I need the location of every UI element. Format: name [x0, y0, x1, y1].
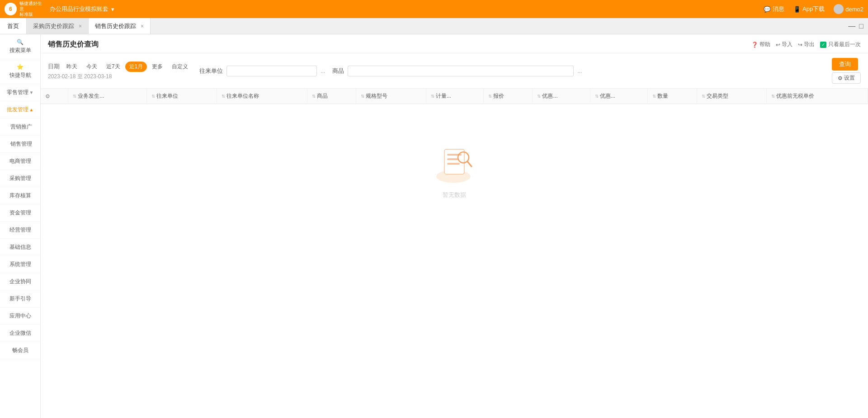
th-pretax-price[interactable]: ⇅ 优惠前无税单价 [766, 89, 868, 104]
th-product[interactable]: ⇅ 商品 [307, 89, 356, 104]
sort-trade-type-icon: ⇅ [702, 94, 705, 99]
sidebar-item-system[interactable]: 系统管理 [0, 256, 40, 273]
sidebar-item-guide[interactable]: 新手引导 [0, 290, 40, 308]
product-label: 商品 [332, 67, 344, 75]
page-header: 销售历史价查询 ❓ 帮助 ↩ 导入 ↪ 导出 ✓ [41, 34, 868, 53]
column-settings-icon[interactable]: ⚙ [45, 93, 50, 100]
tab-purchase[interactable]: 采购历史价跟踪 × [27, 18, 89, 34]
export-button[interactable]: ↪ 导出 [798, 41, 815, 48]
page-title: 销售历史价查询 [48, 40, 99, 49]
product-filter-section: 商品 ... [332, 66, 582, 76]
title-dropdown-icon[interactable]: ▾ [111, 6, 114, 13]
logo-area: 6 畅捷通好生意 标准版 [5, 1, 45, 17]
partner-input[interactable] [226, 66, 317, 76]
th-spec[interactable]: ⇅ 规格型号 [356, 89, 426, 104]
user-avatar-area[interactable]: demo2 [834, 4, 863, 14]
svg-line-6 [467, 162, 472, 166]
sort-biz-date-icon: ⇅ [73, 94, 76, 99]
sort-discount1-icon: ⇅ [537, 94, 541, 99]
maximize-button[interactable]: □ [859, 22, 863, 30]
top-bar-right: 💬 消息 📱 App下载 demo2 [764, 4, 863, 14]
th-discount2[interactable]: ⇅ 优惠... [590, 89, 647, 104]
date-label: 日期 [48, 62, 60, 71]
only-last-checkbox[interactable]: ✓ 只看最后一次 [820, 41, 861, 48]
data-table: ⚙ ⇅ 业务发生... ⇅ 往来单 [41, 89, 868, 235]
date-btn-today[interactable]: 今天 [82, 62, 101, 72]
settings-icon: ⚙ [838, 75, 843, 81]
empty-state: 暂无数据 [41, 104, 868, 235]
filter-actions: 查询 ⚙ 设置 [832, 58, 861, 84]
filter-bar: 日期 昨天 今天 近7天 近1月 更多 自定义 2023-02-18 至 202… [41, 53, 868, 89]
sidebar-item-sales-mgmt[interactable]: 销售管理 [0, 136, 40, 153]
th-discount1[interactable]: ⇅ 优惠... [533, 89, 590, 104]
sidebar-item-shortcut[interactable]: ⭐ 快捷导航 [0, 59, 40, 84]
th-trade-type[interactable]: ⇅ 交易类型 [697, 89, 766, 104]
sidebar-item-wholesale[interactable]: 批发管理 ▲ [0, 101, 40, 119]
tab-sales[interactable]: 销售历史价跟踪 × [89, 18, 151, 34]
table-body: 暂无数据 [41, 104, 868, 236]
th-partner-name[interactable]: ⇅ 往来单位名称 [217, 89, 307, 104]
th-biz-date[interactable]: ⇅ 业务发生... [68, 89, 147, 104]
date-range-text: 2023-02-18 至 2023-03-18 [48, 73, 192, 81]
message-button[interactable]: 💬 消息 [764, 5, 784, 13]
sidebar-item-marketing[interactable]: 营销推广 [0, 119, 40, 136]
product-picker-button[interactable]: ... [577, 68, 582, 74]
th-unit[interactable]: ⇅ 计量... [426, 89, 483, 104]
svg-rect-3 [447, 158, 458, 160]
import-button[interactable]: ↩ 导入 [776, 41, 793, 48]
sidebar-item-retail[interactable]: 零售管理 ▼ [0, 84, 40, 101]
app-download-button[interactable]: 📱 App下载 [793, 5, 825, 13]
minimize-button[interactable]: — [848, 22, 855, 30]
th-partner-code[interactable]: ⇅ 往来单位 [147, 89, 217, 104]
empty-text: 暂无数据 [443, 191, 466, 199]
date-btn-yesterday[interactable]: 昨天 [62, 62, 81, 72]
sort-partner-name-icon: ⇅ [222, 94, 225, 99]
settings-button[interactable]: ⚙ 设置 [832, 72, 861, 84]
help-button[interactable]: ❓ 帮助 [751, 41, 770, 48]
sidebar-item-search[interactable]: 🔍 搜索菜单 [0, 34, 40, 59]
date-btn-custom[interactable]: 自定义 [168, 62, 192, 72]
sort-discount2-icon: ⇅ [595, 94, 599, 99]
sidebar-item-member[interactable]: 畅会员 [0, 342, 40, 359]
th-gear[interactable]: ⚙ [41, 89, 68, 104]
partner-picker-button[interactable]: ... [321, 68, 325, 74]
page-header-actions: ❓ 帮助 ↩ 导入 ↪ 导出 ✓ 只看最后一次 [751, 41, 861, 48]
sidebar-item-purchase[interactable]: 采购管理 [0, 170, 40, 187]
checkbox-icon: ✓ [820, 42, 826, 48]
date-btn-last7[interactable]: 近7天 [102, 62, 124, 72]
avatar [834, 4, 844, 14]
sort-unit-icon: ⇅ [431, 94, 434, 99]
tab-bar-right: — □ [844, 18, 868, 34]
th-quantity[interactable]: ⇅ 数量 [648, 89, 697, 104]
retail-chevron-down-icon: ▼ [29, 90, 34, 95]
sidebar-item-wechat[interactable]: 企业微信 [0, 325, 40, 342]
filter-date-section: 日期 昨天 今天 近7天 近1月 更多 自定义 2023-02-18 至 202… [48, 62, 192, 81]
sidebar-item-cooperation[interactable]: 企业协同 [0, 273, 40, 290]
tab-home[interactable]: 首页 [0, 18, 27, 34]
tab-sales-close[interactable]: × [141, 23, 144, 29]
sidebar-item-operations[interactable]: 经营管理 [0, 222, 40, 239]
search-icon: 🔍 [17, 39, 24, 45]
date-btn-last1m[interactable]: 近1月 [125, 62, 147, 72]
sort-spec-icon: ⇅ [361, 94, 364, 99]
tab-purchase-close[interactable]: × [79, 23, 82, 29]
date-btn-more[interactable]: 更多 [148, 62, 167, 72]
product-input[interactable] [348, 66, 574, 76]
sort-quantity-icon: ⇅ [652, 94, 656, 99]
top-bar-title: 办公用品行业模拟账套 ▾ [50, 5, 764, 13]
query-button[interactable]: 查询 [832, 58, 858, 71]
sort-partner-code-icon: ⇅ [151, 94, 155, 99]
content-area: 销售历史价查询 ❓ 帮助 ↩ 导入 ↪ 导出 ✓ [41, 34, 868, 418]
sidebar-item-inventory[interactable]: 库存核算 [0, 187, 40, 204]
th-quote[interactable]: ⇅ 报价 [484, 89, 533, 104]
date-filter-group: 日期 昨天 今天 近7天 近1月 更多 自定义 [48, 62, 192, 72]
sidebar-item-ecommerce[interactable]: 电商管理 [0, 153, 40, 170]
sidebar-item-finance[interactable]: 资金管理 [0, 204, 40, 222]
download-icon: 📱 [793, 6, 801, 13]
sidebar-item-apps[interactable]: 应用中心 [0, 308, 40, 325]
partner-filter-section: 往来单位 ... [199, 66, 325, 76]
help-icon: ❓ [751, 42, 758, 48]
sidebar-item-basic-info[interactable]: 基础信息 [0, 239, 40, 256]
table-container: ⚙ ⇅ 业务发生... ⇅ 往来单 [41, 89, 868, 418]
empty-state-row: 暂无数据 [41, 104, 868, 236]
